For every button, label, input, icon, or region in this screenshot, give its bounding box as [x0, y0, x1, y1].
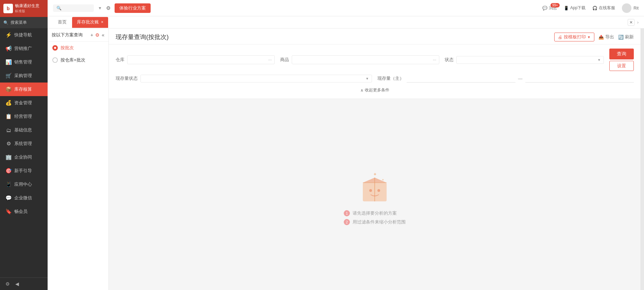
- sidebar-item-marketing[interactable]: 📢 营销推广: [0, 42, 48, 55]
- scheme-collapse-icon[interactable]: «: [102, 32, 104, 38]
- tab-close-icon[interactable]: ×: [101, 20, 103, 24]
- stock-qty-min-input[interactable]: [407, 74, 515, 83]
- user-group[interactable]: Rit: [622, 3, 639, 13]
- template-print-label: 按模板打印: [564, 34, 586, 40]
- topbar-settings-icon[interactable]: ⚙: [106, 5, 111, 11]
- refresh-button[interactable]: 🔄 刷新: [618, 34, 634, 40]
- empty-state: ✦ ✦ 1 请先选择要分析的方案 2 用过滤条件来缩: [109, 99, 641, 290]
- tip-num-2: 2: [344, 219, 350, 225]
- status-label: 状态: [445, 57, 454, 63]
- sidebar-item-label: 畅会员: [14, 209, 28, 215]
- export-button[interactable]: 📤 导出: [598, 34, 614, 40]
- sidebar-item-purchase[interactable]: 🛒 采购管理: [0, 69, 48, 83]
- topbar-dropdown-icon[interactable]: ▼: [98, 6, 102, 11]
- action-buttons: 查询 设置: [609, 49, 634, 71]
- export-icon: 📤: [598, 35, 604, 40]
- sidebar-item-wechat[interactable]: 💬 企业微信: [0, 191, 48, 205]
- tip-text-1: 请先选择要分析的方案: [353, 210, 397, 216]
- settings-footer-icon[interactable]: ⚙: [5, 281, 10, 287]
- warehouse-label: 仓库: [116, 57, 124, 63]
- right-scrollbar[interactable]: [641, 29, 644, 290]
- status-dropdown-icon: ▼: [597, 58, 601, 62]
- tab-close-window-btn[interactable]: ✕: [628, 19, 634, 26]
- empty-tip-2: 2 用过滤条件来缩小分析范围: [344, 219, 406, 225]
- tab-home[interactable]: 首页: [53, 17, 71, 28]
- sidebar-item-label: 系统管理: [14, 141, 32, 147]
- stock-status-select[interactable]: ▼: [140, 75, 372, 83]
- sidebar-item-system[interactable]: ⚙ 系统管理: [0, 137, 48, 150]
- scheme-by-warehouse-batch-label: 按仓库+批次: [61, 57, 85, 63]
- sidebar-item-label: 库存核算: [14, 86, 32, 92]
- sidebar-item-label: 企业微信: [14, 195, 32, 201]
- sidebar-item-newbie[interactable]: 🎯 新手引导: [0, 164, 48, 178]
- sidebar-item-label: 销售管理: [14, 59, 32, 65]
- empty-illustration-svg: ✦ ✦: [354, 164, 395, 205]
- stock-status-filter: 现存量状态 ▼: [116, 75, 372, 83]
- collapse-sidebar-icon[interactable]: ◀: [15, 281, 19, 287]
- sidebar-item-finance[interactable]: 💰 资金管理: [0, 96, 48, 110]
- app-download-group[interactable]: 📱 App下载: [564, 5, 586, 11]
- content-area: 按以下方案查询 + ⚙ « 按批次 按仓库+批次: [48, 29, 644, 290]
- stock-qty-filter: 现存量（主） —: [377, 74, 634, 83]
- sidebar-search[interactable]: 🔍 搜索菜单: [0, 17, 48, 28]
- filter-settings-button[interactable]: 设置: [609, 61, 634, 71]
- product-more-icon[interactable]: ···: [433, 57, 436, 62]
- topbar-search-box[interactable]: 🔍: [53, 4, 94, 12]
- tab-inventory-batch[interactable]: 库存批次账 ×: [72, 17, 108, 28]
- product-input-box[interactable]: ···: [292, 55, 439, 64]
- experience-industry-button[interactable]: 体验行业方案: [115, 3, 151, 13]
- app-logo: b: [3, 4, 13, 13]
- sidebar-item-label: 营销推广: [14, 46, 32, 52]
- empty-tip-1: 1 请先选择要分析的方案: [344, 210, 397, 216]
- scheme-by-warehouse-batch[interactable]: 按仓库+批次: [48, 54, 108, 66]
- app-download-label: App下载: [570, 5, 586, 11]
- print-dropdown-icon[interactable]: ▼: [587, 35, 591, 39]
- enterprise-icon: 🏢: [5, 154, 12, 160]
- inventory-icon: 📦: [5, 86, 12, 92]
- product-label: 商品: [280, 57, 289, 63]
- business-icon: 📋: [5, 113, 12, 120]
- sidebar-item-label: 经营管理: [14, 113, 32, 120]
- sidebar-item-business[interactable]: 📋 经营管理: [0, 110, 48, 123]
- scheme-dot-empty: [52, 57, 58, 63]
- sidebar-item-basic-info[interactable]: 🗂 基础信息: [0, 123, 48, 137]
- collapse-filters-row[interactable]: ∧ 收起更多条件: [116, 86, 634, 94]
- svg-text:✦: ✦: [373, 171, 377, 177]
- online-service-label: 在线客服: [599, 5, 615, 11]
- warehouse-input-box[interactable]: ···: [127, 55, 275, 64]
- query-button[interactable]: 查询: [609, 49, 634, 59]
- export-label: 导出: [605, 34, 614, 40]
- warehouse-more-icon[interactable]: ···: [268, 57, 272, 62]
- app-center-icon: 📱: [5, 181, 12, 187]
- scheme-panel-header: 按以下方案查询 + ⚙ «: [48, 29, 108, 42]
- scheme-add-icon[interactable]: +: [90, 32, 93, 38]
- template-print-button[interactable]: 🖨 按模板打印 ▼: [554, 33, 594, 41]
- tab-inventory-batch-label: 库存批次账: [77, 19, 99, 25]
- sidebar-item-sales[interactable]: 📊 销售管理: [0, 55, 48, 69]
- tip-text-2: 用过滤条件来缩小分析范围: [353, 219, 406, 225]
- sidebar-search-label: 搜索菜单: [11, 20, 27, 25]
- tip-num-1: 1: [344, 210, 350, 216]
- sidebar-item-label: 基础信息: [14, 127, 32, 133]
- sidebar-item-member[interactable]: 🔖 畅会员: [0, 205, 48, 218]
- app-download-icon: 📱: [564, 6, 569, 11]
- online-service-group[interactable]: 🎧 在线客服: [592, 5, 615, 11]
- message-group[interactable]: 💬 消息 99+: [542, 5, 557, 11]
- sidebar-item-app-center[interactable]: 📱 应用中心: [0, 178, 48, 191]
- svg-text:✦: ✦: [382, 178, 384, 182]
- status-select[interactable]: ▼: [456, 56, 604, 64]
- sales-icon: 📊: [5, 59, 12, 65]
- main-area: 🔍 ▼ ⚙ 体验行业方案 💬 消息 99+ 📱 App下载 🎧 在线客服 Rit: [48, 0, 644, 290]
- sidebar-item-enterprise[interactable]: 🏢 企业协同: [0, 150, 48, 164]
- scheme-settings-icon[interactable]: ⚙: [95, 32, 100, 38]
- stock-qty-max-input[interactable]: [525, 74, 634, 83]
- sidebar-header: b 畅康通好生意 标准版: [0, 0, 48, 17]
- tab-arrow-icon[interactable]: ›: [637, 20, 639, 25]
- status-filter: 状态 ▼: [445, 56, 604, 64]
- sidebar-item-inventory[interactable]: 📦 库存核算: [0, 83, 48, 96]
- wechat-icon: 💬: [5, 195, 12, 201]
- sidebar-item-quick-nav[interactable]: ⚡ 快捷导航: [0, 28, 48, 42]
- scheme-by-batch[interactable]: 按批次: [48, 42, 108, 54]
- filter-row-1: 仓库 ··· 商品 ··· 状态: [116, 49, 634, 71]
- refresh-label: 刷新: [625, 34, 634, 40]
